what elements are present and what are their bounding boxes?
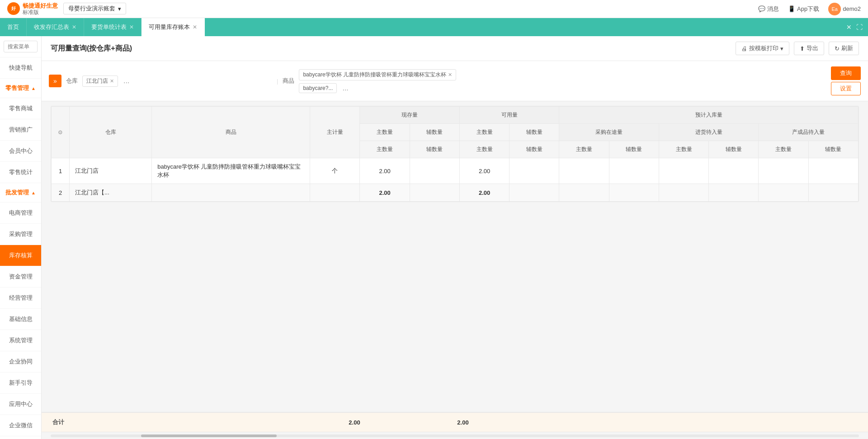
table-row: 1 江北门店 babycare学饮杯 儿童防摔防撞吸管杯重力球吸嘴杯宝宝水杯 个… — [52, 158, 859, 184]
tab-available-inventory[interactable]: 可用量库存账本 ✕ — [142, 18, 205, 36]
th-purchase-intransit: 采购在途量 — [559, 124, 659, 141]
refresh-btn[interactable]: ↻ 刷新 — [829, 42, 859, 55]
product-tag-1-close[interactable]: ✕ — [448, 72, 452, 78]
tab-available-inventory-close[interactable]: ✕ — [193, 24, 197, 30]
page-header: 可用量查询(按仓库+商品) 🖨 按模板打印 ▾ ⬆ 导出 ↻ 刷新 — [42, 36, 868, 61]
row2-pend-aux — [709, 184, 759, 202]
sidebar-item-retail-mgmt[interactable]: 零售管理 ▲ — [0, 79, 41, 98]
app-download-btn[interactable]: 📱 App下载 — [788, 5, 819, 13]
sidebar-item-finance[interactable]: 资金管理 — [0, 266, 41, 288]
message-icon: 💬 — [758, 5, 765, 12]
row1-pur-main — [559, 158, 609, 184]
table-container: ⚙ 仓库 商品 主计量 现存量 可用量 预计入库量 主数量 辅数量 主数量 — [42, 101, 868, 412]
th-currentstock: 现存量 — [360, 107, 459, 124]
tab-receive-summary-close[interactable]: ✕ — [72, 24, 76, 30]
sidebar-item-system[interactable]: 系统管理 — [0, 330, 41, 351]
warehouse-filter-label: 仓库 — [66, 77, 78, 85]
sidebar-item-member-center[interactable]: 会员中心 — [0, 141, 41, 162]
footer-label: 合计 — [47, 418, 327, 426]
export-btn[interactable]: ⬆ 导出 — [794, 42, 824, 55]
product-tags: babycare学饮杯 儿童防摔防撞吸管杯重力球吸嘴杯宝宝水杯 ✕ babyca… — [299, 69, 489, 93]
tab-home[interactable]: 首页 — [0, 18, 27, 36]
search-input[interactable] — [4, 41, 38, 52]
row2-product — [152, 184, 310, 202]
row2-unit — [310, 184, 360, 202]
th-plannedinbound: 预计入库量 — [559, 107, 859, 124]
tab-order-stats[interactable]: 要货单统计表 ✕ — [84, 18, 142, 36]
filter-actions: 查询 设置 — [831, 66, 861, 95]
sidebar-item-retail-mall[interactable]: 零售商城 — [0, 98, 41, 119]
scroll-thumb[interactable] — [141, 434, 277, 437]
content-area: 可用量查询(按仓库+商品) 🖨 按模板打印 ▾ ⬆ 导出 ↻ 刷新 — [42, 36, 868, 439]
industry-selector[interactable]: 母婴行业演示账套 ▾ — [63, 3, 126, 14]
row1-avail-main: 2.00 — [459, 158, 509, 184]
th-avail-main: 主数量 — [459, 124, 509, 141]
warehouse-tag-close[interactable]: ✕ — [110, 78, 114, 84]
row2-pur-aux — [609, 184, 659, 202]
gear-icon[interactable]: ⚙ — [58, 129, 63, 136]
product-more-btn[interactable]: ... — [340, 83, 351, 93]
print-btn[interactable]: 🖨 按模板打印 ▾ — [736, 42, 789, 55]
th-pend-main: 主数量 — [659, 141, 708, 158]
row2-pend-main — [659, 184, 708, 202]
tab-receive-summary[interactable]: 收发存汇总表 ✕ — [27, 18, 84, 36]
product-filter-label: 商品 — [283, 77, 294, 85]
row2-warehouse: 江北门店【... — [70, 184, 152, 202]
th-stock-main2: 主数量 — [360, 141, 410, 158]
scroll-bar-area — [42, 432, 868, 439]
row2-pur-main — [559, 184, 609, 202]
refresh-icon: ↻ — [835, 45, 840, 52]
sidebar-search-area — [0, 36, 41, 57]
chevron-down-icon: ▾ — [118, 5, 121, 12]
th-gear: ⚙ — [52, 107, 70, 158]
sidebar: 快捷导航 零售管理 ▲ 零售商城 营销推广 会员中心 零售统计 批发管理 ▲ 电… — [0, 36, 42, 439]
sidebar-item-app-center[interactable]: 应用中心 — [0, 394, 41, 415]
nav-fullscreen-icon[interactable]: ⛶ — [856, 24, 863, 31]
sidebar-item-quick-nav[interactable]: 快捷导航 — [0, 57, 41, 79]
row1-no: 1 — [52, 158, 70, 184]
user-area[interactable]: Ea demo2 — [828, 3, 861, 15]
top-bar-right: 💬 消息 📱 App下载 Ea demo2 — [758, 3, 861, 15]
row1-pend-aux — [709, 158, 759, 184]
th-prod-aux: 辅数量 — [808, 141, 858, 158]
th-stock-aux: 辅数量 — [410, 124, 459, 141]
sidebar-item-member[interactable]: 畅会员 — [0, 436, 41, 439]
sidebar-item-purchase[interactable]: 采购管理 — [0, 224, 41, 245]
warehouse-tags: 江北门店 ✕ ... — [82, 76, 272, 87]
product-tag-1: babycare学饮杯 儿童防摔防撞吸管杯重力球吸嘴杯宝宝水杯 ✕ — [299, 69, 456, 80]
nav-close-icon[interactable]: ✕ — [846, 24, 852, 31]
top-bar: 好 畅捷通好生意 标准版 母婴行业演示账套 ▾ 💬 消息 📱 App下载 Ea … — [0, 0, 868, 18]
page-actions: 🖨 按模板打印 ▾ ⬆ 导出 ↻ 刷新 — [736, 42, 859, 55]
logo-icon: 好 — [7, 2, 20, 15]
row2-stock-aux — [410, 184, 459, 202]
row2-avail-aux — [509, 184, 559, 202]
filter-expand-btn[interactable]: » — [49, 75, 61, 87]
nav-tabs-end: ✕ ⛶ — [841, 18, 868, 36]
sidebar-item-retail-stats[interactable]: 零售统计 — [0, 162, 41, 183]
sidebar-item-operations[interactable]: 经营管理 — [0, 288, 41, 309]
sidebar-item-inventory[interactable]: 库存核算 — [0, 245, 41, 266]
sidebar-item-ecommerce[interactable]: 电商管理 — [0, 203, 41, 224]
sidebar-item-basic-info[interactable]: 基础信息 — [0, 309, 41, 330]
warehouse-more-btn[interactable]: ... — [121, 76, 132, 86]
row1-stock-main: 2.00 — [360, 158, 410, 184]
page-title: 可用量查询(按仓库+商品) — [51, 44, 132, 53]
sidebar-item-new-guide[interactable]: 新手引导 — [0, 373, 41, 394]
sidebar-item-enterprise-wechat[interactable]: 企业微信 — [0, 415, 41, 436]
row2-stock-main: 2.00 — [360, 184, 410, 202]
filter-row: 仓库 江北门店 ✕ ... | 商品 babycare学饮杯 儿童防摔防撞吸管杯… — [66, 69, 826, 93]
row2-prod-aux — [808, 184, 858, 202]
row1-prod-main — [759, 158, 808, 184]
query-btn[interactable]: 查询 — [831, 66, 861, 80]
tab-order-stats-close[interactable]: ✕ — [129, 24, 134, 30]
th-warehouse: 仓库 — [70, 107, 152, 158]
settings-btn[interactable]: 设置 — [831, 82, 861, 95]
sidebar-item-marketing[interactable]: 营销推广 — [0, 119, 41, 141]
row2-avail-main: 2.00 — [459, 184, 509, 202]
th-avail-aux2: 辅数量 — [509, 141, 559, 158]
sidebar-item-wholesale-mgmt[interactable]: 批发管理 ▲ — [0, 183, 41, 203]
th-avail-main2: 主数量 — [459, 141, 509, 158]
sidebar-item-enterprise[interactable]: 企业协同 — [0, 351, 41, 373]
message-btn[interactable]: 💬 消息 — [758, 5, 779, 13]
main-layout: 快捷导航 零售管理 ▲ 零售商城 营销推广 会员中心 零售统计 批发管理 ▲ 电… — [0, 36, 868, 439]
